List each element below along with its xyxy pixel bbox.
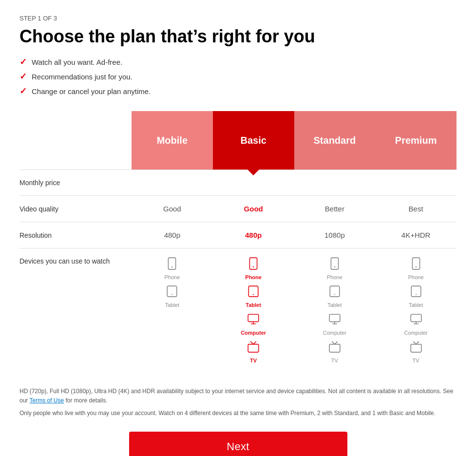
device-standard-tv: TV [328, 341, 341, 363]
devices-standard: Phone Tablet Computer [294, 257, 376, 363]
svg-rect-0 [169, 258, 176, 269]
plan-card-basic[interactable]: Basic [213, 111, 294, 170]
tv-icon-premium [410, 341, 422, 356]
feature-item-1: ✓ Watch all you want. Ad-free. [19, 57, 457, 67]
next-button-wrapper: Next [19, 432, 457, 456]
footnote-line2: Only people who live with you may use yo… [19, 409, 457, 418]
footnote-line1: HD (720p), Full HD (1080p), Ultra HD (4K… [19, 387, 457, 405]
tablet-icon-basic [247, 285, 260, 301]
tv-icon-basic [247, 341, 260, 356]
tablet-icon-premium [410, 285, 422, 301]
resolution-mobile: 480p [132, 231, 213, 239]
devices-row: Devices you can use to watch Phone Table… [19, 248, 457, 372]
svg-point-7 [253, 294, 254, 295]
device-standard-computer: Computer [323, 313, 346, 336]
page-title: Choose the plan that’s right for you [19, 26, 457, 47]
svg-rect-19 [329, 344, 340, 352]
plan-card-mobile[interactable]: Mobile [132, 111, 213, 170]
device-standard-phone: Phone [327, 257, 343, 280]
svg-rect-8 [248, 314, 259, 322]
svg-rect-12 [331, 258, 338, 269]
device-basic-phone: Phone [245, 257, 262, 280]
computer-icon-basic [247, 313, 260, 328]
device-premium-tablet: Tablet [409, 285, 423, 308]
video-quality-row: Video quality Good Good Better Best [19, 195, 457, 222]
resolution-basic: 480p [213, 231, 294, 239]
device-premium-computer: Computer [404, 313, 427, 336]
resolution-premium: 4K+HDR [375, 231, 457, 239]
video-quality-standard: Better [294, 205, 376, 213]
tv-icon-standard [328, 341, 341, 356]
svg-point-23 [416, 294, 417, 295]
tablet-icon-mobile [166, 285, 178, 301]
plan-card-premium[interactable]: Premium [375, 111, 457, 170]
monthly-price-row: Monthly price [19, 170, 457, 195]
monthly-price-label: Monthly price [19, 179, 132, 187]
svg-rect-11 [248, 344, 259, 352]
footnotes: HD (720p), Full HD (1080p), Ultra HD (4K… [19, 387, 457, 418]
svg-rect-16 [329, 314, 340, 322]
devices-mobile: Phone Tablet [132, 257, 213, 308]
phone-icon-premium [410, 257, 422, 273]
svg-point-3 [171, 294, 172, 295]
video-quality-basic: Good [213, 205, 294, 213]
device-basic-computer: Computer [241, 313, 266, 336]
svg-rect-4 [250, 258, 257, 269]
next-button[interactable]: Next [129, 432, 347, 456]
device-mobile-tablet: Tablet [165, 285, 179, 308]
device-mobile-phone: Phone [164, 257, 180, 280]
devices-basic: Phone Tablet Computer [213, 257, 294, 363]
device-basic-tv: TV [247, 341, 260, 363]
devices-label: Devices you can use to watch [19, 257, 132, 265]
video-quality-label: Video quality [19, 205, 132, 213]
phone-icon-standard [328, 257, 341, 273]
feature-list: ✓ Watch all you want. Ad-free. ✓ Recomme… [19, 57, 457, 96]
check-icon-1: ✓ [19, 57, 27, 67]
video-quality-premium: Best [375, 205, 457, 213]
device-premium-tv: TV [410, 341, 422, 363]
computer-icon-standard [328, 313, 341, 328]
svg-rect-24 [411, 314, 421, 322]
plans-grid: Mobile Basic Standard Premium [19, 111, 457, 170]
feature-item-3: ✓ Change or cancel your plan anytime. [19, 86, 457, 96]
tablet-icon-standard [328, 285, 341, 301]
svg-rect-27 [411, 344, 421, 352]
computer-icon-premium [410, 313, 422, 328]
device-premium-phone: Phone [408, 257, 424, 280]
phone-icon-mobile [166, 257, 178, 273]
svg-rect-20 [412, 258, 419, 269]
phone-icon-basic [247, 257, 260, 273]
check-icon-3: ✓ [19, 86, 27, 96]
resolution-row: Resolution 480p 480p 1080p 4K+HDR [19, 222, 457, 248]
devices-premium: Phone Tablet Computer [375, 257, 457, 363]
svg-point-15 [334, 294, 335, 295]
plans-header-empty [19, 111, 132, 170]
device-standard-tablet: Tablet [327, 285, 342, 308]
resolution-label: Resolution [19, 231, 132, 239]
step-label: STEP 1 OF 3 [19, 15, 457, 22]
terms-of-use-link[interactable]: Terms of Use [29, 397, 64, 404]
plan-card-standard[interactable]: Standard [294, 111, 376, 170]
device-basic-tablet: Tablet [246, 285, 261, 308]
feature-item-2: ✓ Recommendations just for you. [19, 71, 457, 82]
video-quality-mobile: Good [132, 205, 213, 213]
resolution-standard: 1080p [294, 231, 376, 239]
check-icon-2: ✓ [19, 71, 27, 82]
